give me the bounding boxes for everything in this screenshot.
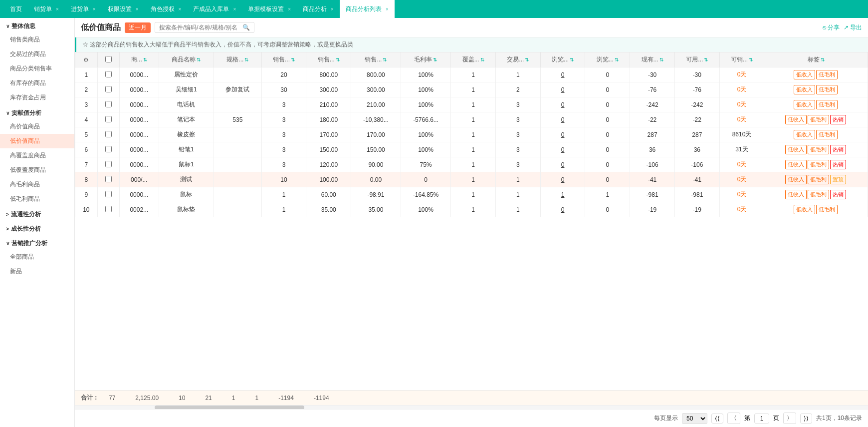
share-button[interactable]: ⎋ 分享 bbox=[823, 23, 840, 32]
sidebar-item-stock-capital[interactable]: 库存资金占用 bbox=[0, 90, 74, 105]
col-browse2[interactable]: 浏览...⇅ bbox=[585, 52, 630, 67]
nav-purchase[interactable]: 进货单 × bbox=[65, 0, 102, 18]
close-icon[interactable]: × bbox=[386, 6, 389, 12]
select-all-checkbox[interactable] bbox=[105, 56, 112, 62]
row-checkbox[interactable] bbox=[105, 101, 112, 107]
col-trade[interactable]: 交易...⇅ bbox=[496, 52, 541, 67]
sidebar-group-flow[interactable]: > 流通性分析 bbox=[0, 206, 74, 221]
browse1-cell[interactable]: 0 bbox=[561, 86, 565, 93]
col-name[interactable]: 商品名称⇅ bbox=[159, 52, 214, 67]
sidebar-group-growth[interactable]: > 成长性分析 bbox=[0, 221, 74, 235]
browse1-cell[interactable]: 1 bbox=[561, 191, 565, 198]
sidebar-item-sales-goods[interactable]: 销售类商品 bbox=[0, 32, 74, 47]
sidebar-item-category-rate[interactable]: 商品分类销售率 bbox=[0, 61, 74, 76]
browse1-cell[interactable]: 0 bbox=[561, 131, 565, 138]
row-checkbox-cell[interactable] bbox=[97, 202, 119, 217]
nav-permissions[interactable]: 权限设置 × bbox=[102, 0, 145, 18]
col-settings[interactable]: ⚙ bbox=[75, 52, 98, 67]
close-icon[interactable]: × bbox=[136, 6, 139, 12]
close-icon[interactable]: × bbox=[179, 6, 182, 12]
row-browse1[interactable]: 0 bbox=[540, 202, 585, 217]
row-checkbox-cell[interactable] bbox=[97, 97, 119, 112]
row-checkbox[interactable] bbox=[105, 191, 112, 197]
row-checkbox-cell[interactable] bbox=[97, 82, 119, 97]
sidebar-item-low-value[interactable]: 低价值商品 bbox=[0, 134, 74, 148]
row-checkbox-cell[interactable] bbox=[97, 142, 119, 157]
col-tags[interactable]: 标签⇅ bbox=[764, 52, 868, 67]
prev-page-button[interactable]: 〈 bbox=[727, 413, 740, 424]
close-icon[interactable]: × bbox=[233, 6, 236, 12]
filter-recent-month[interactable]: 近一月 bbox=[125, 22, 151, 33]
col-margin[interactable]: 毛利率⇅ bbox=[401, 52, 451, 67]
last-page-button[interactable]: ⟩⟩ bbox=[800, 414, 812, 424]
col-available[interactable]: 可用...⇅ bbox=[674, 52, 719, 67]
row-checkbox[interactable] bbox=[105, 71, 112, 77]
close-icon[interactable]: × bbox=[56, 6, 59, 12]
search-input[interactable] bbox=[159, 24, 240, 31]
col-code[interactable]: 商...⇅ bbox=[119, 52, 159, 67]
sidebar-item-traded-goods[interactable]: 交易过的商品 bbox=[0, 47, 74, 61]
search-icon[interactable]: 🔍 bbox=[242, 24, 250, 31]
sidebar-item-high-margin[interactable]: 高毛利商品 bbox=[0, 177, 74, 192]
row-checkbox[interactable] bbox=[105, 131, 112, 137]
row-checkbox[interactable] bbox=[105, 176, 112, 182]
browse1-cell[interactable]: 0 bbox=[561, 206, 565, 213]
col-sales3[interactable]: 销售...⇅ bbox=[351, 52, 401, 67]
sidebar-item-stocked-goods[interactable]: 有库存的商品 bbox=[0, 76, 74, 90]
row-checkbox[interactable] bbox=[105, 206, 112, 212]
col-coverage[interactable]: 覆盖...⇅ bbox=[451, 52, 496, 67]
page-number-input[interactable] bbox=[754, 414, 769, 424]
first-page-button[interactable]: ⟨⟨ bbox=[711, 414, 723, 424]
sidebar-group-marketing[interactable]: ∨ 营销推广分析 bbox=[0, 235, 74, 250]
sidebar-item-high-coverage[interactable]: 高覆盖度商品 bbox=[0, 148, 74, 163]
row-checkbox-cell[interactable] bbox=[97, 187, 119, 202]
row-browse1[interactable]: 0 bbox=[540, 97, 585, 112]
sidebar-item-high-value[interactable]: 高价值商品 bbox=[0, 119, 74, 134]
nav-template[interactable]: 单据模板设置 × bbox=[242, 0, 297, 18]
nav-roles[interactable]: 角色授权 × bbox=[145, 0, 188, 18]
row-browse1[interactable]: 0 bbox=[540, 127, 585, 142]
row-browse1[interactable]: 0 bbox=[540, 157, 585, 172]
row-browse1[interactable]: 0 bbox=[540, 67, 585, 82]
row-checkbox-cell[interactable] bbox=[97, 67, 119, 82]
col-browse1[interactable]: 浏览...⇅ bbox=[540, 52, 585, 67]
nav-product-entry[interactable]: 产成品入库单 × bbox=[187, 0, 242, 18]
col-current[interactable]: 现有...⇅ bbox=[630, 52, 675, 67]
sidebar-group-overall[interactable]: ∨ 整体信息 bbox=[0, 18, 74, 32]
horizontal-scrollbar[interactable] bbox=[75, 405, 868, 409]
nav-analysis[interactable]: 商品分析 × bbox=[297, 0, 340, 18]
sidebar-item-all-goods[interactable]: 全部商品 bbox=[0, 250, 74, 264]
browse1-cell[interactable]: 0 bbox=[561, 176, 565, 183]
col-sales1[interactable]: 销售...⇅ bbox=[261, 52, 306, 67]
browse1-cell[interactable]: 0 bbox=[561, 146, 565, 153]
row-browse1[interactable]: 0 bbox=[540, 142, 585, 157]
row-browse1[interactable]: 0 bbox=[540, 82, 585, 97]
row-checkbox-cell[interactable] bbox=[97, 112, 119, 127]
browse1-cell[interactable]: 0 bbox=[561, 161, 565, 168]
sidebar-item-new-goods[interactable]: 新品 bbox=[0, 264, 74, 279]
row-browse1[interactable]: 1 bbox=[540, 187, 585, 202]
per-page-select[interactable]: 50 100 200 bbox=[682, 413, 707, 424]
browse1-cell[interactable]: 0 bbox=[561, 101, 565, 108]
browse1-cell[interactable]: 0 bbox=[561, 116, 565, 123]
col-spec[interactable]: 规格...⇅ bbox=[214, 52, 262, 67]
close-icon[interactable]: × bbox=[288, 6, 291, 12]
row-checkbox[interactable] bbox=[105, 146, 112, 152]
nav-analysis-list[interactable]: 商品分析列表 × bbox=[340, 0, 395, 18]
nav-home[interactable]: 首页 bbox=[4, 0, 28, 18]
col-sales2[interactable]: 销售...⇅ bbox=[306, 52, 351, 67]
close-icon[interactable]: × bbox=[331, 6, 334, 12]
row-browse1[interactable]: 0 bbox=[540, 112, 585, 127]
col-sellable[interactable]: 可销...⇅ bbox=[719, 52, 764, 67]
row-checkbox-cell[interactable] bbox=[97, 127, 119, 142]
row-checkbox[interactable] bbox=[105, 116, 112, 122]
row-checkbox-cell[interactable] bbox=[97, 172, 119, 187]
row-checkbox[interactable] bbox=[105, 86, 112, 92]
row-checkbox-cell[interactable] bbox=[97, 157, 119, 172]
row-browse1[interactable]: 0 bbox=[540, 172, 585, 187]
sidebar-item-low-margin[interactable]: 低毛利商品 bbox=[0, 192, 74, 206]
export-button[interactable]: ↗ 导出 bbox=[844, 23, 862, 32]
col-checkbox[interactable] bbox=[97, 52, 119, 67]
nav-sales[interactable]: 销货单 × bbox=[28, 0, 65, 18]
close-icon[interactable]: × bbox=[93, 6, 96, 12]
